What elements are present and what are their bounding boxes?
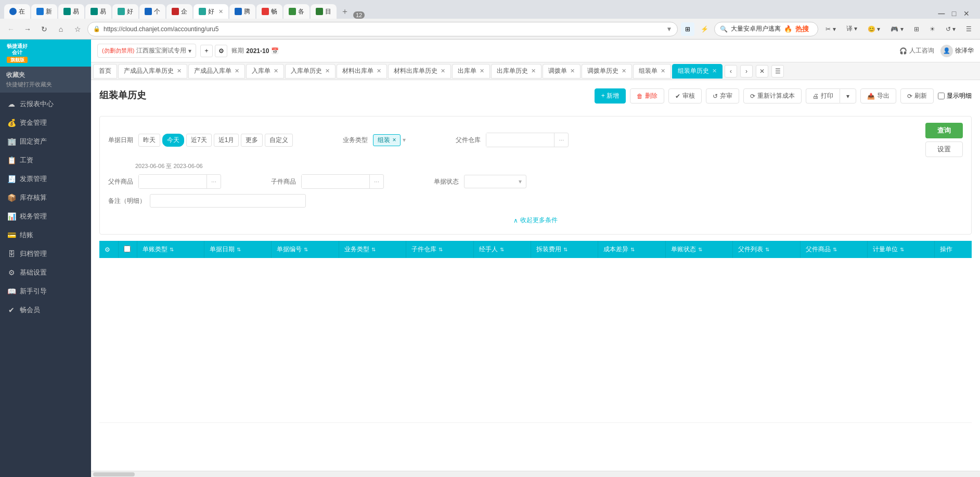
sort-number-icon[interactable]: ⇅ xyxy=(304,247,308,252)
browser-tab-7[interactable]: 企 xyxy=(166,4,192,19)
account-dropdown-icon[interactable]: ▾ xyxy=(188,47,191,55)
tab-scroll-right[interactable]: › xyxy=(740,65,753,78)
home-button[interactable]: ⌂ xyxy=(54,22,68,36)
browser-tab-3[interactable]: 易 xyxy=(58,4,84,19)
th-cost-diff[interactable]: 成本差异 ⇅ xyxy=(598,241,665,258)
reload-button[interactable]: ↻ xyxy=(37,22,51,36)
print-button[interactable]: 🖨 打印 xyxy=(806,88,840,104)
th-child-warehouse[interactable]: 子件仓库 ⇅ xyxy=(406,241,473,258)
filter-today-btn[interactable]: 今天 xyxy=(162,134,184,147)
minimize-button[interactable]: ─ xyxy=(936,8,947,19)
calendar-icon[interactable]: 📅 xyxy=(271,47,279,55)
sidebar-header[interactable]: 畅捷通好 会计 旗舰版 xyxy=(0,40,91,67)
tab-produce-in-history-close[interactable]: ✕ xyxy=(177,68,182,74)
page-tab-inbound-history[interactable]: 入库单历史 ✕ xyxy=(285,64,336,79)
browser-tab-8[interactable]: 好 ✕ xyxy=(194,4,228,19)
sort-parent-goods-icon[interactable]: ⇅ xyxy=(833,247,837,252)
account-settings-button[interactable]: ⚙ xyxy=(215,45,227,57)
brightness-button[interactable]: ☀ xyxy=(925,24,939,34)
new-tab-button[interactable]: ＋ xyxy=(338,4,352,19)
parent-goods-dots[interactable]: ··· xyxy=(207,175,221,188)
delete-button[interactable]: 🗑 删除 xyxy=(630,88,664,104)
biz-type-dropdown-icon[interactable]: ▾ xyxy=(403,136,406,144)
filter-more-btn[interactable]: 更多 xyxy=(241,134,263,147)
sidebar-item-fund[interactable]: 💰 资金管理 xyxy=(0,113,91,132)
tab-out-close[interactable]: ✕ xyxy=(480,68,484,74)
th-doc-status[interactable]: 单账状态 ⇅ xyxy=(665,241,732,258)
favorites-shortcut[interactable]: 快捷键打开收藏夹 xyxy=(6,81,85,88)
browser-tab-4[interactable]: 易 xyxy=(85,4,111,19)
tab-transfer-history-close[interactable]: ✕ xyxy=(622,68,626,74)
print-dropdown[interactable]: ▾ xyxy=(840,88,856,104)
tab-material-out-close[interactable]: ✕ xyxy=(377,68,381,74)
filter-parent-warehouse-input[interactable]: ··· xyxy=(486,133,569,147)
filter-last7-btn[interactable]: 近7天 xyxy=(186,134,212,147)
sort-date-icon[interactable]: ⇅ xyxy=(237,247,241,252)
extension-icon[interactable]: ⚡ xyxy=(698,22,711,36)
address-bar[interactable]: 🔒 https://cloud.chanjet.com/accounting/u… xyxy=(87,22,678,36)
page-tab-transfer-history[interactable]: 调拨单历史 ✕ xyxy=(582,64,632,79)
th-handler[interactable]: 经手人 ⇅ xyxy=(473,241,531,258)
sidebar-item-invoice[interactable]: 🧾 发票管理 xyxy=(0,170,91,188)
doc-status-dropdown-icon[interactable]: ▾ xyxy=(519,178,522,185)
filter-custom-btn[interactable]: 自定义 xyxy=(265,134,293,147)
parent-goods-text-input[interactable] xyxy=(139,175,207,188)
filter-child-goods-input[interactable]: ··· xyxy=(301,174,384,189)
sidebar-item-member[interactable]: ✔ 畅会员 xyxy=(0,301,91,319)
child-goods-dots[interactable]: ··· xyxy=(369,175,383,188)
sort-child-warehouse-icon[interactable]: ⇅ xyxy=(439,247,443,252)
sidebar-item-archive[interactable]: 🗄 归档管理 xyxy=(0,244,91,263)
sort-parent-list-icon[interactable]: ⇅ xyxy=(765,247,769,252)
th-date[interactable]: 单据日期 ⇅ xyxy=(204,241,271,258)
browser-tab-12[interactable]: 目 xyxy=(311,4,337,19)
browser-search-bar[interactable]: 🔍 大量安卓用户逃离 🔥 热搜 xyxy=(714,22,818,36)
page-tab-inbound[interactable]: 入库单 ✕ xyxy=(246,64,284,79)
approve-button[interactable]: ✔ 审核 xyxy=(668,88,702,104)
account-selector[interactable]: (勿删勿禁用) 江西服宝测试专用 ▾ xyxy=(97,44,196,58)
remark-input[interactable] xyxy=(150,194,306,208)
translate-button[interactable]: 译 ▾ xyxy=(842,23,861,35)
tab-material-out-history-close[interactable]: ✕ xyxy=(441,68,445,74)
grid-button[interactable]: ⊞ xyxy=(910,24,923,34)
sort-doc-status-icon[interactable]: ⇅ xyxy=(698,247,702,252)
th-parent-goods[interactable]: 父件商品 ⇅ xyxy=(800,241,867,258)
page-tab-transfer[interactable]: 调拨单 ✕ xyxy=(543,64,581,79)
sidebar-item-guide[interactable]: 📖 新手引导 xyxy=(0,282,91,301)
sort-handler-icon[interactable]: ⇅ xyxy=(500,247,504,252)
browser-tab-5[interactable]: 好 xyxy=(112,4,138,19)
filter-parent-goods-input[interactable]: ··· xyxy=(138,174,221,189)
back-button[interactable]: ← xyxy=(4,22,18,36)
show-detail-input[interactable] xyxy=(938,93,945,99)
recalc-cost-button[interactable]: ⟳ 重新计算成本 xyxy=(743,88,802,104)
th-biz-type[interactable]: 业务类型 ⇅ xyxy=(339,241,406,258)
period-value[interactable]: 2021-10 📅 xyxy=(246,47,279,55)
close-window-button[interactable]: ✕ xyxy=(961,8,972,19)
page-tab-produce-in-history[interactable]: 产成品入库单历史 ✕ xyxy=(118,64,187,79)
sort-type-icon[interactable]: ⇅ xyxy=(170,247,174,252)
th-unit[interactable]: 计量单位 ⇅ xyxy=(867,241,934,258)
sidebar-item-tax[interactable]: 📊 税务管理 xyxy=(0,207,91,226)
tab-produce-in-close[interactable]: ✕ xyxy=(235,68,239,74)
address-dropdown-icon[interactable]: ▼ xyxy=(666,25,672,33)
sidebar-item-settings[interactable]: ⚙ 基础设置 xyxy=(0,263,91,282)
tab-transfer-close[interactable]: ✕ xyxy=(570,68,575,74)
filter-last-month-btn[interactable]: 近1月 xyxy=(214,134,239,147)
th-number[interactable]: 单据编号 ⇅ xyxy=(272,241,339,258)
child-goods-text-input[interactable] xyxy=(302,175,369,188)
bookmark-button[interactable]: ☆ xyxy=(71,22,84,36)
undo-button[interactable]: ↺ ▾ xyxy=(942,24,960,34)
query-button[interactable]: 查询 xyxy=(925,123,963,138)
page-tab-assembly-history[interactable]: 组装单历史 ✕ xyxy=(672,64,723,79)
service-button[interactable]: 🎧 人工咨询 xyxy=(899,46,934,55)
doc-status-select[interactable]: ▾ xyxy=(464,175,526,188)
collapse-filter-btn[interactable]: ∧ 收起更多条件 xyxy=(108,213,963,228)
sort-biz-type-icon[interactable]: ⇅ xyxy=(371,247,376,252)
show-detail-checkbox[interactable]: 显示明细 xyxy=(938,92,972,100)
th-disassemble-fee[interactable]: 拆装费用 ⇅ xyxy=(531,241,598,258)
tab-assembly-close[interactable]: ✕ xyxy=(661,68,665,74)
export-button[interactable]: 📤 导出 xyxy=(860,88,896,104)
add-button[interactable]: + 新增 xyxy=(595,88,626,104)
browser-tab-9[interactable]: 腾 xyxy=(229,4,255,19)
sidebar-item-payroll[interactable]: 📋 工资 xyxy=(0,151,91,170)
add-account-button[interactable]: ＋ xyxy=(200,45,213,57)
